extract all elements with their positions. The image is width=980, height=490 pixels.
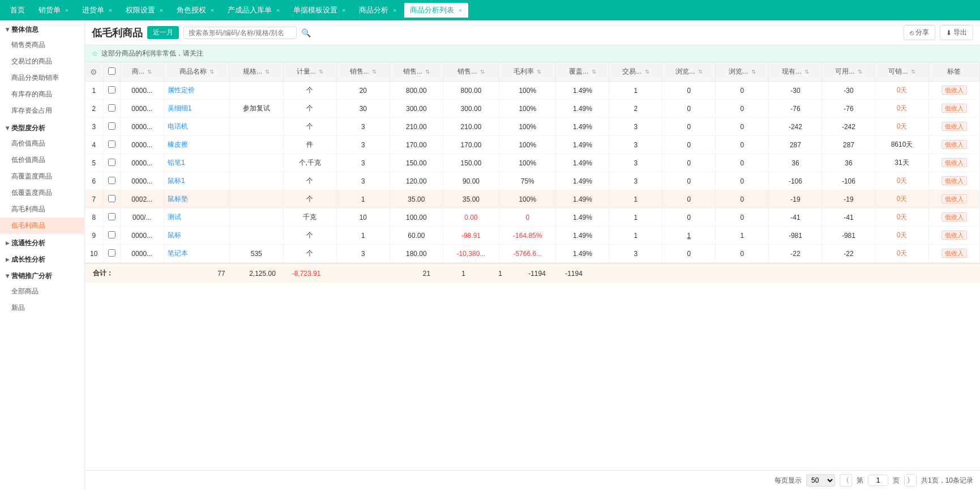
nav-template[interactable]: 单据模板设置 × [288, 3, 351, 18]
close-analysis-icon[interactable]: × [393, 7, 396, 14]
row-num: 10 [85, 245, 103, 263]
row-checkbox-cell[interactable] [103, 190, 120, 208]
col-sales-profit-header[interactable]: 销售... ⇅ [443, 62, 499, 82]
sidebar: ▾整体信息 销售类商品 交易过的商品 商品分类助销率 有库存的商品 库存资金占用… [0, 20, 85, 490]
row-name[interactable]: 鼠标 [164, 227, 229, 245]
time-filter-button[interactable]: 近一月 [147, 26, 179, 39]
close-analysis-list-icon[interactable]: × [459, 7, 462, 14]
close-roles-icon[interactable]: × [211, 7, 214, 14]
col-saleable-header[interactable]: 可销... ⇅ [875, 62, 928, 82]
col-tag-header[interactable]: 标签 [928, 62, 980, 82]
row-checkbox[interactable] [108, 231, 115, 238]
sidebar-item-low-coverage[interactable]: 低覆盖度商品 [0, 185, 84, 201]
nav-analysis[interactable]: 商品分析 × [353, 3, 402, 18]
col-transactions-header[interactable]: 交易... ⇅ [609, 62, 662, 82]
sidebar-item-traded-products[interactable]: 交易过的商品 [0, 53, 84, 70]
col-sales-count-header[interactable]: 销售... ⇅ [336, 62, 390, 82]
row-checkbox-cell[interactable] [103, 208, 120, 227]
close-permissions-icon[interactable]: × [160, 7, 163, 14]
col-code-header[interactable]: 商... ⇅ [120, 62, 164, 82]
row-name[interactable]: 测试 [164, 208, 229, 227]
sidebar-group-circulation[interactable]: ▸流通性分析 [0, 234, 84, 250]
row-checkbox[interactable] [108, 104, 115, 112]
sidebar-group-growth[interactable]: ▸成长性分析 [0, 250, 84, 267]
settings-icon[interactable]: ⚙ [90, 67, 97, 76]
table-row: 8 000/... 测试 千克 10 100.00 0.00 0 1.49% 1… [85, 208, 980, 227]
row-checkbox[interactable] [108, 159, 115, 166]
col-checkbox-header[interactable] [103, 62, 120, 82]
nav-roles[interactable]: 角色授权 × [171, 3, 220, 18]
row-name[interactable]: 电话机 [164, 118, 229, 136]
row-name[interactable]: 笔记本 [164, 245, 229, 263]
col-gross-rate-header[interactable]: 毛利率 ⇅ [499, 62, 556, 82]
sidebar-item-high-margin[interactable]: 高毛利商品 [0, 201, 84, 218]
row-checkbox-cell[interactable] [103, 100, 120, 118]
col-unit-header[interactable]: 计量... ⇅ [283, 62, 336, 82]
row-checkbox-cell[interactable] [103, 136, 120, 154]
row-checkbox-cell[interactable] [103, 227, 120, 245]
col-spec-header[interactable]: 规格... ⇅ [229, 62, 283, 82]
sidebar-item-new-products[interactable]: 新品 [0, 300, 84, 316]
per-page-select[interactable]: 50 100 200 [806, 474, 835, 487]
sidebar-item-all-products[interactable]: 全部商品 [0, 283, 84, 300]
row-checkbox-cell[interactable] [103, 82, 120, 100]
row-name[interactable]: 吴细细1 [164, 100, 229, 118]
row-checkbox[interactable] [108, 122, 115, 130]
row-checkbox[interactable] [108, 86, 115, 93]
col-settings-header[interactable]: ⚙ [85, 62, 103, 82]
sidebar-item-low-margin[interactable]: 低毛利商品 [0, 218, 84, 234]
sidebar-item-sales-products[interactable]: 销售类商品 [0, 37, 84, 53]
nav-home[interactable]: 首页 [5, 3, 31, 18]
close-product-entry-icon[interactable]: × [276, 7, 280, 14]
row-name[interactable]: 属性定价 [164, 82, 229, 100]
row-name[interactable]: 橡皮擦 [164, 136, 229, 154]
nav-purchase[interactable]: 进货单 × [76, 3, 118, 18]
close-sales-icon[interactable]: × [65, 7, 69, 14]
sidebar-group-overall[interactable]: ▾整体信息 [0, 20, 84, 37]
row-checkbox-cell[interactable] [103, 154, 120, 172]
sidebar-group-marketing[interactable]: ▾营销推广分析 [0, 267, 84, 283]
row-checkbox[interactable] [108, 213, 115, 220]
row-checkbox-cell[interactable] [103, 245, 120, 263]
nav-permissions[interactable]: 权限设置 × [120, 3, 169, 18]
sidebar-item-high-coverage[interactable]: 高覆盖度商品 [0, 168, 84, 185]
nav-sales[interactable]: 销货单 × [33, 3, 74, 18]
search-input[interactable] [183, 27, 297, 39]
close-template-icon[interactable]: × [342, 7, 345, 14]
nav-analysis-list[interactable]: 商品分析列表 × [404, 3, 468, 18]
next-page-button[interactable]: 〉 [904, 474, 917, 487]
col-coverage-header[interactable]: 覆盖... ⇅ [556, 62, 609, 82]
row-checkbox[interactable] [108, 249, 115, 257]
share-button[interactable]: ⎋ 分享 [904, 25, 935, 40]
row-name[interactable]: 鼠标垫 [164, 190, 229, 208]
row-name[interactable]: 铅笔1 [164, 154, 229, 172]
close-purchase-icon[interactable]: × [109, 7, 112, 14]
row-checkbox-cell[interactable] [103, 118, 120, 136]
select-all-checkbox[interactable] [108, 67, 115, 75]
col-name-header[interactable]: 商品名称 ⇅ [164, 62, 229, 82]
row-checkbox[interactable] [108, 195, 115, 202]
sidebar-item-category-rate[interactable]: 商品分类助销率 [0, 70, 84, 86]
search-button[interactable]: 🔍 [301, 28, 311, 37]
sidebar-item-low-value[interactable]: 低价值商品 [0, 152, 84, 168]
sidebar-item-stock-capital[interactable]: 库存资金占用 [0, 103, 84, 119]
col-browse1-header[interactable]: 浏览... ⇅ [662, 62, 716, 82]
prev-page-button[interactable]: 〈 [840, 474, 852, 487]
row-browse1: 0 [662, 154, 716, 172]
col-current-header[interactable]: 现有... ⇅ [769, 62, 822, 82]
row-checkbox[interactable] [108, 140, 115, 148]
sidebar-group-type[interactable]: ▾类型度分析 [0, 119, 84, 135]
sidebar-item-stock-products[interactable]: 有库存的商品 [0, 86, 84, 103]
row-browse1[interactable]: 1 [662, 227, 716, 245]
col-available-header[interactable]: 可用... ⇅ [822, 62, 875, 82]
col-browse2-header[interactable]: 浏览... ⇅ [716, 62, 769, 82]
row-checkbox[interactable] [108, 177, 115, 184]
sidebar-item-high-value[interactable]: 高价值商品 [0, 135, 84, 152]
row-checkbox-cell[interactable] [103, 172, 120, 190]
nav-product-entry[interactable]: 产成品入库单 × [222, 3, 285, 18]
export-button[interactable]: ⬇ 导出 [940, 25, 973, 40]
row-name[interactable]: 鼠标1 [164, 172, 229, 190]
col-sales-price-header[interactable]: 销售... ⇅ [390, 62, 443, 82]
browse-link[interactable]: 1 [687, 232, 691, 240]
current-page-input[interactable] [868, 475, 888, 486]
